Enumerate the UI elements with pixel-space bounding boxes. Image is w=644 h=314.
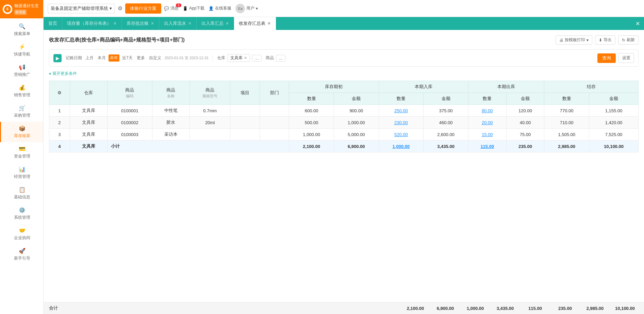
th-balance-amt: 金额	[589, 93, 639, 105]
tab-receive-send-close[interactable]: ✕	[267, 21, 271, 26]
system-selector[interactable]: 装备及固定资产辅助管理系统 ▾	[48, 4, 115, 13]
warehouse-tag[interactable]: 文具库 ✕	[227, 54, 250, 62]
date-btn-more[interactable]: 更多	[135, 54, 146, 62]
cell-out-qty-2[interactable]: 20.00	[468, 117, 506, 129]
user-chevron-icon: ▾	[256, 6, 258, 11]
footer-balance-qty: 2,985.00	[581, 306, 609, 311]
app-download-button[interactable]: 📱 App下载	[183, 5, 204, 11]
cell-out-qty-1[interactable]: 80.00	[468, 105, 506, 117]
query-button[interactable]: 查询	[597, 53, 616, 63]
cell-spec-2: 20ml	[189, 117, 230, 129]
sidebar-item-inventory[interactable]: 📦 库存核算	[0, 122, 43, 142]
cell-code-3: 0100003	[107, 129, 152, 141]
expand-conditions-button[interactable]: ▾ 展开更多条件	[49, 71, 77, 77]
cell-opening-qty-2: 500.00	[289, 117, 334, 129]
cell-in-qty-2[interactable]: 230.00	[379, 117, 424, 129]
cell-balance-qty-2: 710.00	[544, 117, 589, 129]
cell-in-qty-1[interactable]: 250.00	[379, 105, 424, 117]
date-btn-this-year[interactable]: 本年	[109, 54, 119, 62]
sidebar-nav: 🔍 搜索菜单 ⚡ 快捷导航 📢 营销推广 💰 销售管理 🛒 采购管理 📦 库存核…	[0, 18, 43, 314]
tab-batch-close[interactable]: ✕	[151, 21, 154, 26]
sidebar-item-coop[interactable]: 🤝 企业协同	[0, 224, 43, 244]
sidebar-label-newbie: 新手引导	[14, 255, 30, 261]
tab-receive-send-label: 收发存汇总表	[239, 20, 265, 27]
user-menu[interactable]: Ea 用户 ▾	[235, 4, 258, 13]
tab-stock-dist-close[interactable]: ✕	[113, 21, 117, 26]
data-table-wrapper: ⚙ 仓库 商品编码 商品名称 商品规格型号 项目 部门 库存期初 本期入库 本期…	[49, 81, 639, 152]
date-btn-this-month[interactable]: 本月	[96, 54, 107, 62]
cell-warehouse-1: 文具库	[70, 105, 107, 117]
tab-batch[interactable]: 库存批次账 ✕	[122, 17, 159, 30]
th-in: 本期入库	[379, 81, 468, 93]
cell-in-amt-3: 2,600.00	[424, 129, 468, 141]
tab-home[interactable]: 首页	[44, 17, 62, 30]
sidebar-item-newbie[interactable]: 🚀 新手引导	[0, 244, 43, 265]
sidebar-item-system[interactable]: ⚙️ 系统管理	[0, 203, 43, 224]
subtotal-out-qty[interactable]: 115.00	[468, 141, 506, 152]
service-icon: 👤	[209, 6, 214, 11]
th-in-qty: 数量	[379, 93, 424, 105]
tab-inout-summary[interactable]: 出入库汇总 ✕	[197, 17, 234, 30]
tab-stock-dist[interactable]: 现存量（库存分布表） ✕	[62, 17, 122, 30]
filter-divider-1	[213, 55, 213, 62]
tab-receive-send[interactable]: 收发存汇总表 ✕	[234, 17, 276, 30]
sidebar-item-operation[interactable]: 📊 经营管理	[0, 163, 43, 183]
filter-toggle-button[interactable]: ▶	[53, 54, 62, 62]
tab-inout-flow-close[interactable]: ✕	[188, 21, 192, 26]
cell-balance-qty-1: 770.00	[544, 105, 589, 117]
tab-inout-flow[interactable]: 出入库流水 ✕	[159, 17, 197, 30]
try-industry-button[interactable]: 体验行业方案	[125, 3, 161, 14]
app-download-label: App下载	[189, 5, 204, 11]
app-version: 标准版	[14, 10, 27, 15]
refresh-button[interactable]: ↻ 刷新	[618, 35, 639, 45]
th-settings[interactable]: ⚙	[49, 81, 70, 105]
sidebar-item-sales[interactable]: 💰 销售管理	[0, 81, 43, 101]
footer-out-qty: 115.00	[522, 306, 549, 311]
date-btn-custom[interactable]: 自定义	[148, 54, 163, 62]
cell-out-qty-3[interactable]: 15.00	[468, 129, 506, 141]
app-name: 畅捷通好生意	[14, 3, 39, 9]
cell-warehouse-3: 文具库	[70, 129, 107, 141]
settings-gear-icon[interactable]: ⚙	[118, 5, 122, 12]
sidebar-item-basic[interactable]: 📋 基础信息	[0, 183, 43, 203]
online-service-button[interactable]: 👤 在线客服	[209, 5, 231, 11]
export-icon: ⬇	[599, 38, 602, 43]
sidebar-item-finance[interactable]: 💳 资金管理	[0, 142, 43, 163]
content-area: 收发存汇总表(按仓库+商品编码+商品+规格型号+项目+部门) 🖨 按模板打印 ▾…	[44, 30, 644, 302]
cell-name-2: 胶水	[152, 117, 189, 129]
sidebar-item-search[interactable]: 🔍 搜索菜单	[0, 20, 43, 40]
subtotal-label: 小计	[107, 141, 289, 152]
th-opening-qty: 数量	[289, 93, 334, 105]
newbie-icon: 🚀	[19, 248, 26, 254]
print-button[interactable]: 🖨 按模板打印 ▾	[556, 35, 592, 45]
export-button[interactable]: ⬇ 导出	[595, 35, 615, 45]
cell-in-qty-3[interactable]: 520.00	[379, 129, 424, 141]
main-area: 装备及固定资产辅助管理系统 ▾ ⚙ 体验行业方案 💬 6 消息 📱 App下载 …	[44, 0, 644, 314]
sidebar-item-marketing[interactable]: 📢 营销推广	[0, 61, 43, 81]
warehouse-tag-close[interactable]: ✕	[244, 56, 247, 60]
subtotal-in-qty[interactable]: 1,000.00	[379, 141, 424, 152]
th-goods-spec: 商品规格型号	[189, 81, 230, 105]
sidebar-item-quick[interactable]: ⚡ 快捷导航	[0, 40, 43, 61]
th-dept: 部门	[260, 81, 289, 105]
cell-opening-amt-3: 5,000.00	[334, 129, 379, 141]
cell-project-3	[230, 129, 260, 141]
sidebar-label-quick: 快捷导航	[14, 51, 30, 57]
footer-in-qty: 1,000.00	[462, 306, 489, 311]
operation-icon: 📊	[19, 166, 26, 172]
tab-inout-summary-label: 出入库汇总	[201, 20, 224, 27]
warehouse-more-button[interactable]: ...	[252, 55, 262, 62]
logo-number: 6	[4, 6, 11, 13]
cell-no-3: 3	[49, 129, 70, 141]
goods-more-button[interactable]: ...	[276, 55, 285, 62]
goods-filter-group: 商品 ...	[266, 55, 285, 62]
tab-inout-summary-close[interactable]: ✕	[226, 21, 229, 26]
date-btn-last-month[interactable]: 上月	[84, 54, 95, 62]
subtotal-in-amt: 3,435.00	[424, 141, 468, 152]
sidebar-item-purchase[interactable]: 🛒 采购管理	[0, 101, 43, 122]
tabbar-close-all[interactable]: ✕	[631, 20, 644, 27]
messages-button[interactable]: 💬 6 消息	[164, 5, 179, 11]
topbar-right: 💬 6 消息 📱 App下载 👤 在线客服 Ea 用户 ▾	[164, 4, 258, 13]
date-btn-7days[interactable]: 近7天	[121, 54, 134, 62]
settings-button[interactable]: 设置	[618, 53, 634, 63]
